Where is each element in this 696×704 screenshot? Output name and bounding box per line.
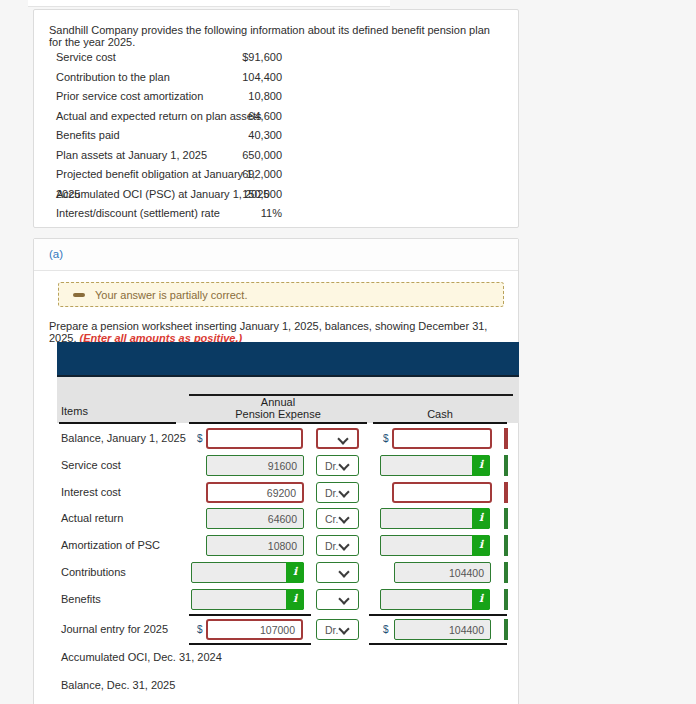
clipped-column-input-edge bbox=[504, 455, 508, 476]
ape-drcr-select-amortization-psc[interactable]: Dr. bbox=[316, 535, 359, 556]
previous-section-edge bbox=[28, 0, 390, 7]
info-label: Actual and expected return on plan asset… bbox=[56, 107, 261, 127]
row-label: Service cost bbox=[61, 459, 121, 471]
column-header-line2: Pension Expense bbox=[189, 408, 367, 420]
info-label: Accumulated OCI (PSC) at January 1, 2025 bbox=[56, 185, 269, 205]
ape-drcr-select-actual-return[interactable]: Cr. bbox=[316, 508, 359, 529]
column-header-line1: Annual bbox=[189, 396, 367, 408]
input-value: 107000 bbox=[208, 621, 301, 636]
feedback-text: Your answer is partially correct. bbox=[95, 289, 247, 301]
table-row: Plan assets at January 1, 2025650,000 bbox=[56, 146, 282, 166]
pension-info-table: Service cost$91,600 Contribution to the … bbox=[56, 48, 282, 224]
instruction-text: Prepare a pension worksheet inserting Ja… bbox=[49, 320, 509, 344]
chevron-down-icon bbox=[338, 566, 349, 577]
underline-items bbox=[59, 422, 176, 424]
chevron-down-icon bbox=[338, 512, 349, 523]
ape-input-journal-entry[interactable]: 107000 bbox=[206, 619, 303, 640]
clipped-column-input-edge bbox=[504, 619, 508, 640]
ape-drcr-select-service-cost[interactable]: Dr. bbox=[316, 455, 359, 476]
ape-drcr-select-interest-cost[interactable]: Dr. bbox=[316, 482, 359, 503]
clipped-column-input-edge bbox=[504, 428, 508, 449]
input-value: 10800 bbox=[207, 536, 303, 552]
page: Sandhill Company provides the following … bbox=[0, 0, 696, 704]
info-value: 692,000 bbox=[242, 165, 282, 185]
part-header: (a) bbox=[34, 239, 518, 271]
table-row: Prior service cost amortization10,800 bbox=[56, 87, 282, 107]
clipped-column-input-edge bbox=[504, 482, 508, 503]
row-label: Balance, Dec. 31, 2025 bbox=[61, 679, 175, 691]
underline-ape bbox=[189, 422, 367, 424]
info-icon[interactable]: i bbox=[286, 589, 304, 610]
input-value: 104400 bbox=[395, 620, 490, 636]
info-value: $91,600 bbox=[242, 48, 282, 68]
chevron-down-icon bbox=[338, 539, 349, 550]
dollar-sign: $ bbox=[383, 624, 389, 635]
cash-input-interest-cost[interactable] bbox=[392, 482, 492, 503]
clipped-column-input-edge bbox=[504, 535, 508, 556]
column-header-items: Items bbox=[61, 405, 88, 417]
ape-input-interest-cost[interactable]: 69200 bbox=[206, 482, 304, 503]
info-value: 150,000 bbox=[242, 185, 282, 205]
answer-card: (a) Your answer is partially correct. Pr… bbox=[33, 238, 519, 704]
feedback-banner: Your answer is partially correct. bbox=[58, 282, 504, 307]
ape-drcr-select-benefits[interactable] bbox=[316, 589, 359, 610]
problem-card: Sandhill Company provides the following … bbox=[33, 9, 519, 228]
chevron-down-icon bbox=[338, 623, 349, 634]
part-a-link[interactable]: (a) bbox=[49, 248, 63, 260]
ape-input-actual-return[interactable]: 64600 bbox=[206, 508, 304, 529]
input-value: 64600 bbox=[207, 509, 303, 525]
table-row: Contribution to the plan104,400 bbox=[56, 68, 282, 88]
table-row: Projected benefit obligation at January … bbox=[56, 165, 282, 185]
row-label: Benefits bbox=[61, 593, 101, 605]
table-row: Interest/discount (settlement) rate11% bbox=[56, 204, 282, 224]
underline-cash bbox=[373, 422, 507, 424]
total-rule bbox=[189, 643, 311, 645]
table-row: Accumulated OCI (PSC) at January 1, 2025… bbox=[56, 185, 282, 205]
row-label: Interest cost bbox=[61, 486, 121, 498]
select-value: Dr. bbox=[325, 540, 338, 552]
info-icon[interactable]: i bbox=[472, 508, 490, 529]
info-label: Prior service cost amortization bbox=[56, 87, 203, 107]
worksheet-title-bar bbox=[57, 342, 519, 377]
cash-input-balance-jan1[interactable] bbox=[392, 428, 492, 449]
row-label: Journal entry for 2025 bbox=[61, 623, 168, 635]
ape-drcr-select-balance-jan1[interactable] bbox=[316, 428, 359, 449]
chevron-down-icon bbox=[337, 433, 348, 444]
cash-input-amortization-psc[interactable]: i bbox=[380, 535, 490, 556]
info-icon[interactable]: i bbox=[286, 562, 304, 583]
chevron-down-icon bbox=[338, 593, 349, 604]
info-value: 650,000 bbox=[242, 146, 282, 166]
info-icon[interactable]: i bbox=[472, 535, 490, 556]
cash-input-journal-entry[interactable]: 104400 bbox=[394, 619, 491, 640]
total-rule bbox=[369, 643, 507, 645]
info-label: Plan assets at January 1, 2025 bbox=[56, 146, 207, 166]
input-value: 104400 bbox=[395, 563, 490, 579]
ape-input-amortization-psc[interactable]: 10800 bbox=[206, 535, 304, 556]
ape-input-service-cost[interactable]: 91600 bbox=[206, 455, 304, 476]
ape-drcr-select-contributions[interactable] bbox=[316, 562, 359, 583]
cash-input-contributions[interactable]: 104400 bbox=[394, 562, 491, 583]
cash-input-benefits[interactable]: i bbox=[380, 589, 490, 610]
ape-drcr-select-journal-entry[interactable]: Dr. bbox=[316, 619, 359, 640]
select-value: Cr. bbox=[325, 513, 338, 525]
info-value: 64,600 bbox=[248, 107, 282, 127]
cash-input-actual-return[interactable]: i bbox=[380, 508, 490, 529]
info-icon[interactable]: i bbox=[472, 455, 490, 476]
ape-input-balance-jan1[interactable] bbox=[206, 428, 303, 449]
clipped-column-input-edge bbox=[504, 508, 508, 529]
row-label: Actual return bbox=[61, 512, 123, 524]
info-value: 11% bbox=[261, 204, 282, 224]
row-label: Balance, January 1, 2025 bbox=[61, 432, 186, 444]
ape-input-benefits[interactable]: i bbox=[191, 589, 304, 610]
total-rule bbox=[369, 614, 507, 616]
cash-input-service-cost[interactable]: i bbox=[380, 455, 490, 476]
ape-input-contributions[interactable]: i bbox=[191, 562, 304, 583]
info-icon[interactable]: i bbox=[472, 589, 490, 610]
row-label: Contributions bbox=[61, 566, 126, 578]
info-label: Interest/discount (settlement) rate bbox=[56, 204, 220, 224]
info-value: 104,400 bbox=[242, 68, 282, 88]
table-row: Actual and expected return on plan asset… bbox=[56, 107, 282, 127]
select-value: Dr. bbox=[325, 624, 338, 636]
column-header-annual-pension-expense: Annual Pension Expense bbox=[189, 396, 367, 420]
chevron-down-icon bbox=[338, 486, 349, 497]
